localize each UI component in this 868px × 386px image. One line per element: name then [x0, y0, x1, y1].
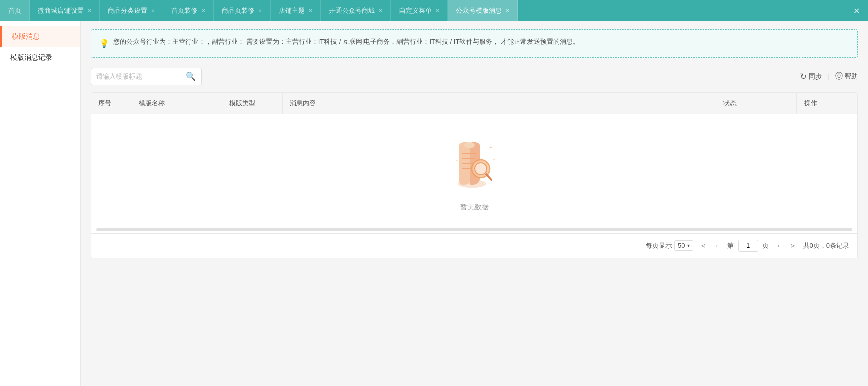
tab-label: 店铺主题	[279, 6, 305, 15]
tab-shop-settings[interactable]: 微商城店铺设置 ×	[30, 0, 100, 21]
empty-illustration: ✦ ✦ ✦	[444, 134, 505, 195]
toolbar-right: ↻ 同步 | ⓪ 帮助	[800, 71, 858, 81]
sync-icon: ↻	[800, 72, 807, 81]
scrollbar-track[interactable]	[96, 228, 852, 231]
empty-text: 暂无数据	[460, 203, 489, 212]
global-close-button[interactable]: ✕	[845, 6, 868, 16]
main-layout: 模版消息 模版消息记录 💡 您的公众号行业为：主营行业：，副营行业： 需要设置为…	[0, 21, 868, 386]
notice-text: 您的公众号行业为：主营行业：，副营行业： 需要设置为：主营行业：IT科技 / 互…	[113, 37, 579, 47]
page-unit-label: 页	[762, 241, 769, 250]
tab-template-message[interactable]: 公众号模版消息 ×	[448, 0, 518, 21]
dropdown-arrow-icon: ▾	[687, 243, 690, 248]
page-di-label: 第	[727, 241, 734, 250]
tab-close-icon[interactable]: ×	[309, 7, 312, 14]
empty-state: ✦ ✦ ✦ 暂无数据	[91, 114, 857, 227]
tab-label: 微商城店铺设置	[38, 6, 84, 15]
tab-label: 首页装修	[171, 6, 197, 15]
scrollbar-area[interactable]	[91, 227, 857, 233]
notice-icon: 💡	[99, 37, 109, 50]
page-size-dropdown[interactable]: 50 ▾	[674, 240, 693, 251]
tab-label: 自定义菜单	[399, 6, 432, 15]
notice-highlight: 需要设置为：主营行业：IT科技 / 互联网|电子商务，副营行业：IT科技 / I…	[246, 38, 499, 45]
page-nav: ⊲ ‹ 第 页 › ⊳	[697, 240, 799, 252]
tab-close-icon[interactable]: ×	[151, 7, 155, 14]
tab-product-decoration[interactable]: 商品页装修 ×	[214, 0, 271, 21]
next-page-button[interactable]: ›	[773, 240, 785, 252]
sidebar-item-label: 模版消息	[12, 32, 40, 40]
col-type: 模版类型	[222, 93, 283, 114]
sync-label: 同步	[809, 72, 822, 81]
tab-close-icon[interactable]: ×	[258, 7, 262, 14]
tab-label: 商品分类设置	[108, 6, 147, 15]
tab-bar: 首页 微商城店铺设置 × 商品分类设置 × 首页装修 × 商品页装修 × 店铺主…	[0, 0, 868, 21]
tab-close-icon[interactable]: ×	[202, 7, 205, 14]
pagination-total: 共0页，0条记录	[803, 241, 849, 250]
svg-text:✦: ✦	[489, 145, 493, 150]
search-button[interactable]: 🔍	[186, 71, 196, 81]
divider: |	[828, 72, 829, 80]
tab-custom-menu[interactable]: 自定义菜单 ×	[391, 0, 448, 21]
search-bar: 🔍 ↻ 同步 | ⓪ 帮助	[91, 68, 858, 85]
tab-close-icon[interactable]: ×	[88, 7, 91, 14]
tab-close-icon[interactable]: ×	[379, 7, 382, 14]
col-status: 状态	[716, 93, 797, 114]
sync-button[interactable]: ↻ 同步	[800, 72, 822, 81]
tab-close-icon[interactable]: ×	[506, 7, 509, 14]
tab-label: 首页	[8, 6, 21, 15]
data-table: 序号 模版名称 模版类型 消息内容 状态 操作	[91, 92, 858, 258]
first-page-button[interactable]: ⊲	[697, 240, 709, 252]
tab-category-settings[interactable]: 商品分类设置 ×	[100, 0, 163, 21]
tab-home[interactable]: 首页	[0, 0, 30, 21]
help-button[interactable]: ⓪ 帮助	[835, 71, 858, 81]
sidebar: 模版消息 模版消息记录	[0, 21, 81, 386]
prev-page-button[interactable]: ‹	[711, 240, 723, 252]
col-content: 消息内容	[283, 93, 716, 114]
page-input-wrap	[738, 240, 758, 252]
tab-label: 公众号模版消息	[456, 6, 502, 15]
content-area: 💡 您的公众号行业为：主营行业：，副营行业： 需要设置为：主营行业：IT科技 /…	[81, 21, 868, 386]
col-name: 模版名称	[131, 93, 222, 114]
sidebar-item-label: 模版消息记录	[10, 53, 52, 61]
tab-open-mall[interactable]: 开通公众号商城 ×	[321, 0, 391, 21]
svg-text:✦: ✦	[493, 158, 496, 161]
notice-banner: 💡 您的公众号行业为：主营行业：，副营行业： 需要设置为：主营行业：IT科技 /…	[91, 29, 858, 58]
search-input-wrap[interactable]: 🔍	[91, 68, 202, 85]
svg-point-7	[475, 163, 487, 175]
col-action: 操作	[797, 93, 857, 114]
last-page-button[interactable]: ⊳	[787, 240, 799, 252]
page-number-input[interactable]	[738, 240, 758, 252]
page-size-select: 每页显示 50 ▾	[646, 240, 693, 251]
help-icon: ⓪	[835, 71, 843, 81]
page-size-value: 50	[678, 242, 685, 249]
tab-close-icon[interactable]: ×	[436, 7, 439, 14]
sidebar-item-template-msg[interactable]: 模版消息	[0, 26, 80, 47]
pagination: 每页显示 50 ▾ ⊲ ‹ 第 页 › ⊳ 共0	[91, 233, 857, 258]
tab-shop-theme[interactable]: 店铺主题 ×	[271, 0, 321, 21]
svg-text:✦: ✦	[455, 159, 459, 163]
col-index: 序号	[91, 93, 131, 114]
tab-label: 开通公众号商城	[329, 6, 375, 15]
tab-label: 商品页装修	[222, 6, 254, 15]
sidebar-item-template-msg-record[interactable]: 模版消息记录	[0, 47, 80, 68]
table-header: 序号 模版名称 模版类型 消息内容 状态 操作	[91, 93, 857, 114]
help-label: 帮助	[845, 72, 858, 81]
page-size-label: 每页显示	[646, 241, 672, 250]
search-input[interactable]	[96, 72, 184, 80]
svg-line-8	[486, 174, 491, 180]
svg-point-1	[464, 142, 475, 148]
tab-home-decoration[interactable]: 首页装修 ×	[163, 0, 214, 21]
